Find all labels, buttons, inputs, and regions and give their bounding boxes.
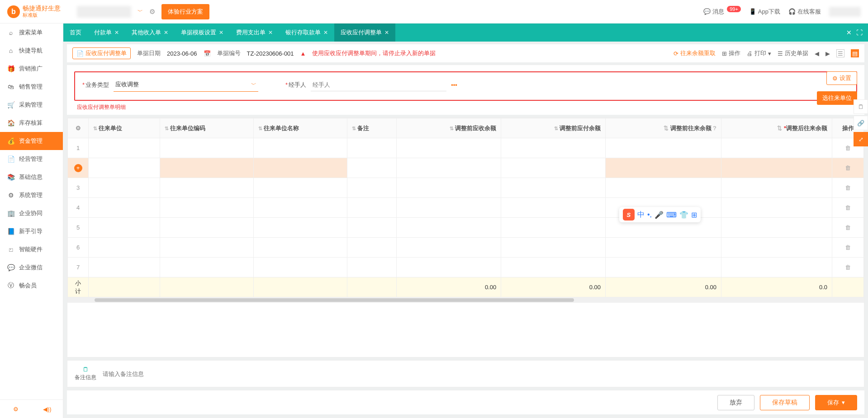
sidebar-label: 基础信息 (19, 173, 43, 181)
help-icon[interactable]: ? (713, 125, 716, 132)
logo-icon: b (7, 5, 20, 18)
trash-icon[interactable]: 🗑 (845, 164, 851, 171)
history-link[interactable]: ☰历史单据 (778, 49, 808, 57)
close-icon[interactable]: ✕ (219, 29, 223, 36)
col-post-bal[interactable]: ⇅ *调整后往来余额 (721, 118, 832, 138)
sidebar-sound-button[interactable]: ◀)) (32, 400, 63, 418)
sidebar-item-wechat[interactable]: 💬企业微信 (0, 258, 63, 277)
col-pre-bal[interactable]: ⇅ 调整前往来余额? (606, 118, 721, 138)
col-gear[interactable]: ⚙ (68, 118, 89, 138)
sidebar-item-enterprise[interactable]: 🏢企业协同 (0, 204, 63, 222)
tab-home[interactable]: 首页 (63, 23, 88, 42)
ime-punct-icon[interactable]: •, (647, 211, 652, 219)
tab-expense[interactable]: 费用支出单✕ (230, 23, 279, 42)
ime-toolbar[interactable]: S 中 •, 🎤 ⌨ 👕 ⊞ (619, 207, 701, 222)
rail-expand-icon[interactable]: ⤢ (854, 132, 868, 146)
sidebar-item-sales[interactable]: 🛍销售管理 (0, 78, 63, 96)
discard-button[interactable]: 放弃 (717, 395, 754, 410)
messages-link[interactable]: 💬 消息 99+ (703, 8, 741, 16)
warning-icon: ▲ (300, 50, 306, 57)
col-pre-pay[interactable]: 调整前应付余额 (501, 118, 606, 138)
table-row[interactable]: 5🗑 (68, 218, 864, 238)
rail-attach-icon[interactable]: 🔗 (854, 116, 868, 130)
reset-balance-link[interactable]: ⟳往来余额重取 (674, 49, 716, 57)
operation-link[interactable]: ⊞操作 (722, 49, 740, 57)
sidebar-item-purchase[interactable]: 🛒采购管理 (0, 96, 63, 114)
sidebar-item-hardware[interactable]: ⏍智能硬件 (0, 240, 63, 258)
sidebar-item-quicknav[interactable]: ⌂快捷导航 (0, 42, 63, 60)
select-unit-button[interactable]: 选往来单位 (817, 91, 857, 105)
view-compact-button[interactable]: ☰ (836, 49, 844, 57)
col-pre-recv[interactable]: 调整前应收余额 (397, 118, 501, 138)
tab-label: 银行存取款单 (285, 28, 321, 37)
calendar-icon[interactable]: 📅 (204, 50, 211, 57)
col-unit[interactable]: 往来单位 (89, 118, 160, 138)
table-row[interactable]: 4🗑 (68, 198, 864, 218)
sidebar-item-system[interactable]: ⚙系统管理 (0, 186, 63, 204)
save-draft-button[interactable]: 保存草稿 (760, 395, 810, 410)
horizontal-scrollbar[interactable] (67, 297, 864, 303)
sidebar-item-inventory[interactable]: 🏠库存核算 (0, 114, 63, 132)
view-detail-button[interactable]: ▤ (851, 49, 859, 57)
sidebar-item-search[interactable]: ⌕搜索菜单 (0, 23, 63, 42)
trash-icon[interactable]: 🗑 (845, 224, 851, 231)
sidebar-item-guide[interactable]: 📘新手引导 (0, 222, 63, 240)
trash-icon[interactable]: 🗑 (845, 184, 851, 191)
rail-note-icon[interactable]: 🗒 (854, 99, 868, 114)
sidebar-item-basicinfo[interactable]: 📚基础信息 (0, 168, 63, 186)
close-icon[interactable]: ✕ (268, 29, 273, 36)
handler-input[interactable] (311, 79, 446, 91)
app-download-link[interactable]: 📱 App下载 (749, 8, 780, 16)
col-code[interactable]: 往来单位编码 (160, 118, 254, 138)
remark-input[interactable] (103, 371, 857, 377)
table-row[interactable]: 3🗑 (68, 178, 864, 198)
next-icon[interactable]: ▶ (825, 50, 830, 57)
support-link[interactable]: 🎧 在线客服 (788, 8, 821, 16)
biz-type-dropdown[interactable]: 应收调整 ﹀ (114, 78, 258, 92)
close-all-icon[interactable]: ✕ (846, 29, 852, 36)
tab-other-income[interactable]: 其他收入单✕ (125, 23, 175, 42)
user-avatar-blur[interactable] (829, 7, 861, 17)
close-icon[interactable]: ✕ (323, 29, 328, 36)
close-icon[interactable]: ✕ (384, 29, 389, 36)
ime-toolbox-icon[interactable]: ⊞ (691, 211, 697, 219)
trash-icon[interactable]: 🗑 (845, 244, 851, 251)
trash-icon[interactable]: 🗑 (845, 264, 851, 271)
settings-button[interactable]: ⚙设置 (826, 71, 857, 85)
ime-skin-icon[interactable]: 👕 (679, 211, 688, 219)
add-row-button[interactable]: + (74, 164, 82, 172)
org-chevron-icon[interactable]: ﹀ (138, 8, 143, 15)
fullscreen-icon[interactable]: ⛶ (856, 29, 863, 36)
sidebar-item-operation[interactable]: 📄经营管理 (0, 150, 63, 168)
ime-keyboard-icon[interactable]: ⌨ (666, 211, 677, 219)
print-link[interactable]: 🖨打印▾ (747, 49, 771, 57)
ime-cn-label[interactable]: 中 (637, 210, 645, 220)
tab-adjustment[interactable]: 应收应付调整单✕ (334, 23, 395, 42)
tab-template[interactable]: 单据模板设置✕ (175, 23, 230, 42)
org-selector-blur[interactable] (77, 6, 131, 18)
more-icon[interactable]: ••• (451, 81, 457, 88)
sidebar-item-funds[interactable]: 💰资金管理 (0, 132, 63, 150)
table-row-active[interactable]: +🗑 (68, 158, 864, 178)
chat-icon: 💬 (703, 8, 711, 15)
sidebar-item-member[interactable]: Ⓥ畅会员 (0, 277, 63, 295)
gear-icon[interactable]: ⚙ (149, 8, 155, 16)
ime-mic-icon[interactable]: 🎤 (655, 211, 664, 219)
prev-icon[interactable]: ◀ (815, 50, 819, 57)
tab-bank[interactable]: 银行存取款单✕ (279, 23, 334, 42)
sidebar-collapse-button[interactable]: ⚙ (0, 400, 32, 418)
table-row[interactable]: 6🗑 (68, 238, 864, 258)
table-row[interactable]: 1🗑 (68, 138, 864, 158)
table-row[interactable]: 7🗑 (68, 258, 864, 277)
tab-payment[interactable]: 付款单✕ (88, 23, 125, 42)
experience-button[interactable]: 体验行业方案 (161, 4, 209, 19)
close-icon[interactable]: ✕ (114, 29, 119, 36)
trash-icon[interactable]: 🗑 (845, 145, 851, 151)
close-icon[interactable]: ✕ (164, 29, 168, 36)
date-label: 单据日期 (137, 49, 161, 57)
trash-icon[interactable]: 🗑 (845, 204, 851, 211)
save-button[interactable]: 保存▾ (815, 395, 857, 410)
col-remark[interactable]: 备注 (347, 118, 397, 138)
col-name[interactable]: 往来单位名称 (253, 118, 347, 138)
sidebar-item-marketing[interactable]: 🎁营销推广 (0, 60, 63, 78)
